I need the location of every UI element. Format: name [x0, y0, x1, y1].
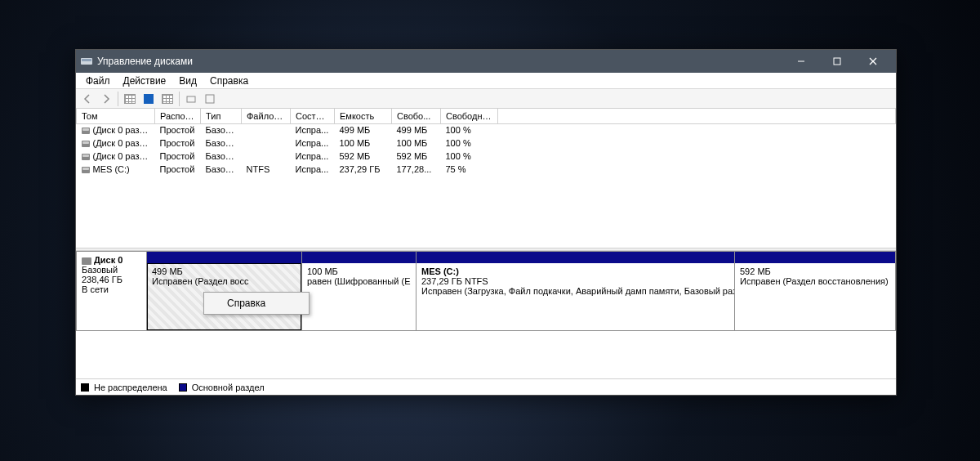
vol-capacity: 592 МБ [335, 150, 392, 163]
volume-list[interactable]: Том Распол... Тип Файлова... Состоя... Е… [76, 109, 896, 248]
svg-rect-3 [834, 58, 840, 65]
vol-fs [242, 123, 291, 137]
vol-freepct: 75 % [441, 163, 498, 176]
close-button[interactable] [855, 50, 891, 73]
partition[interactable]: MES (C:)237,29 ГБ NTFSИсправен (Загрузка… [416, 252, 735, 330]
svg-rect-7 [206, 95, 214, 103]
toolbar [76, 89, 896, 109]
col-layout[interactable]: Распол... [155, 109, 201, 123]
volume-icon [82, 154, 90, 160]
minimize-button[interactable] [783, 50, 819, 73]
partition-size: 100 МБ [307, 266, 411, 276]
vol-layout: Простой [155, 150, 201, 163]
disk-icon [82, 257, 91, 265]
vol-freepct: 100 % [441, 150, 498, 163]
empty-area [76, 331, 896, 378]
menu-file[interactable]: Файл [79, 74, 117, 88]
vol-capacity: 237,29 ГБ [335, 163, 392, 176]
volume-icon [82, 141, 90, 147]
maximize-button[interactable] [819, 50, 855, 73]
vol-type: Базов... [201, 137, 242, 150]
vol-fs: NTFS [242, 163, 291, 176]
vol-type: Базов... [201, 163, 242, 176]
col-status[interactable]: Состоя... [291, 109, 335, 123]
view-list-icon[interactable] [121, 91, 139, 107]
menubar: Файл Действие Вид Справка [76, 73, 896, 89]
partition-stripe [147, 252, 301, 263]
partition-stripe [302, 252, 416, 263]
nav-back-icon[interactable] [78, 91, 96, 107]
partition-status: Исправен (Раздел восс [152, 276, 296, 286]
disk-online: В сети [82, 284, 141, 294]
vol-freepct: 100 % [441, 137, 498, 150]
vol-layout: Простой [155, 137, 201, 150]
vol-status: Испра... [291, 137, 335, 150]
toolbar-separator [179, 92, 180, 106]
table-row[interactable]: (Диск 0 разде...ПростойБазов...Испра...1… [77, 137, 896, 150]
volume-icon [82, 167, 90, 173]
menu-help[interactable]: Справка [203, 74, 255, 88]
partition-status: равен (Шифрованный (E [307, 276, 411, 286]
nav-fwd-icon[interactable] [97, 91, 115, 107]
vol-free: 499 МБ [392, 123, 441, 137]
col-free[interactable]: Свобо... [392, 109, 441, 123]
vol-fs [242, 137, 291, 150]
partitions: 499 МБИсправен (Раздел восс100 МБравен (… [146, 251, 896, 331]
table-row[interactable]: MES (C:)ПростойБазов...NTFSИспра...237,2… [77, 163, 896, 176]
menu-action[interactable]: Действие [117, 74, 173, 88]
disk-info[interactable]: Диск 0 Базовый 238,46 ГБ В сети [76, 251, 146, 331]
view-grid-icon[interactable] [158, 91, 176, 107]
disk-map: Диск 0 Базовый 238,46 ГБ В сети 499 МБИс… [76, 251, 896, 331]
svg-rect-6 [187, 96, 195, 102]
svg-rect-1 [82, 59, 91, 61]
swatch-primary-icon [179, 383, 187, 392]
partition-stripe [416, 252, 734, 263]
vol-free: 177,28... [392, 163, 441, 176]
col-volume[interactable]: Том [77, 109, 155, 123]
disk-mgmt-icon [81, 56, 92, 66]
toolbar-separator [118, 92, 118, 106]
help-icon[interactable] [201, 91, 219, 107]
disk-type: Базовый [82, 265, 141, 275]
vol-type: Базов... [201, 150, 242, 163]
col-type[interactable]: Тип [201, 109, 242, 123]
volume-icon [82, 128, 90, 134]
ctx-help[interactable]: Справка [206, 294, 307, 312]
partition-size: 237,29 ГБ NTFS [421, 276, 729, 286]
vol-freepct: 100 % [441, 123, 498, 137]
partition-status: Исправен (Раздел восстановления) [740, 276, 890, 286]
vol-type: Базов... [201, 123, 242, 137]
col-freepct[interactable]: Свободно... [441, 109, 498, 123]
disk-management-window: Управление дисками Файл Действие Вид Спр… [75, 49, 897, 396]
vol-name: (Диск 0 разде... [93, 125, 155, 135]
refresh-icon[interactable] [140, 91, 158, 107]
partition[interactable]: 592 МБИсправен (Раздел восстановления) [735, 252, 895, 330]
partition[interactable]: 100 МБравен (Шифрованный (E [302, 252, 416, 330]
properties-icon[interactable] [182, 91, 200, 107]
vol-status: Испра... [291, 163, 335, 176]
vol-status: Испра... [291, 123, 335, 137]
vol-fs [242, 150, 291, 163]
column-headers[interactable]: Том Распол... Тип Файлова... Состоя... Е… [77, 109, 896, 123]
disk-size: 238,46 ГБ [82, 275, 141, 284]
vol-name: (Диск 0 разде... [93, 138, 155, 148]
vol-name: MES (C:) [93, 164, 130, 174]
vol-capacity: 100 МБ [335, 137, 392, 150]
table-row[interactable]: (Диск 0 разде...ПростойБазов...Испра...4… [77, 123, 896, 137]
legend-primary: Основной раздел [192, 383, 265, 392]
col-fs[interactable]: Файлова... [242, 109, 291, 123]
col-capacity[interactable]: Емкость [335, 109, 392, 123]
partition-status: Исправен (Загрузка, Файл подкачки, Авари… [421, 286, 729, 296]
partition-size: 499 МБ [152, 266, 296, 276]
vol-name: (Диск 0 разде... [93, 151, 155, 161]
partition-size: 592 МБ [740, 266, 890, 276]
partition-stripe [735, 252, 895, 263]
titlebar[interactable]: Управление дисками [76, 50, 896, 73]
menu-view[interactable]: Вид [172, 74, 203, 88]
legend-unallocated: Не распределена [94, 383, 167, 392]
partition[interactable]: 499 МБИсправен (Раздел восс [147, 252, 302, 330]
table-row[interactable]: (Диск 0 разде...ПростойБазов...Испра...5… [77, 150, 896, 163]
vol-free: 592 МБ [392, 150, 441, 163]
vol-layout: Простой [155, 163, 201, 176]
context-menu[interactable]: Справка [203, 292, 310, 315]
